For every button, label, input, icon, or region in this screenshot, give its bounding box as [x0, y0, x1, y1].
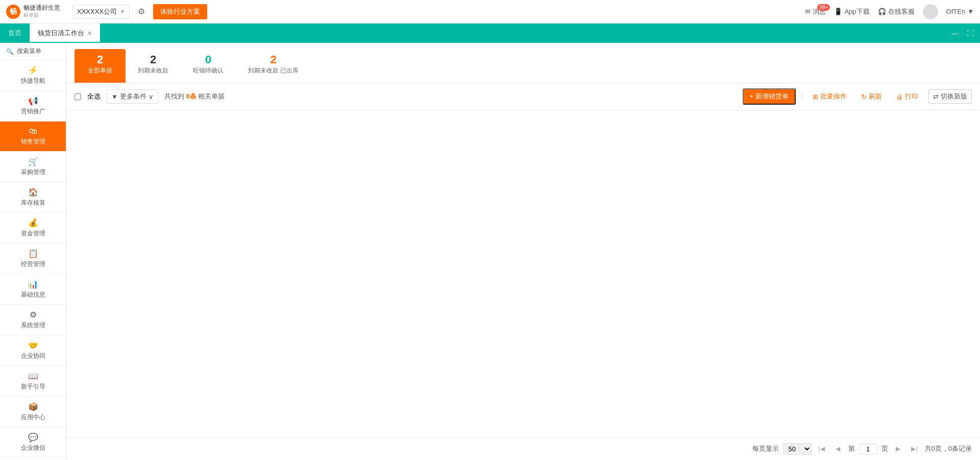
marketing-icon: 📢	[28, 96, 38, 106]
sidebar-item-label: 系统管理	[21, 321, 45, 330]
switch-icon: ⇄	[933, 93, 939, 101]
sidebar-item-label: 营销推广	[21, 107, 45, 116]
nav-tabs-right: — ⛶	[949, 23, 980, 43]
sidebar-item-guide[interactable]: 📖 新手引导	[0, 366, 66, 397]
message-item[interactable]: ✉ 消息 99+	[805, 7, 826, 16]
content-area: 2 全部单据 2 到期未收款 0 旺铺待确认 2 到期未收款 已出库 全选 ▼ …	[66, 43, 980, 460]
divider	[802, 92, 802, 101]
card-overdue-out-label: 到期未收款 已出库	[248, 66, 299, 75]
sidebar-item-basic[interactable]: 📊 基础信息	[0, 274, 66, 305]
username-area[interactable]: OfTEn ▼	[946, 8, 974, 15]
batch-op-button[interactable]: ⊞ 批量操作	[808, 90, 851, 103]
avatar[interactable]	[923, 4, 938, 19]
phone-icon: 📱	[834, 8, 842, 15]
purchase-icon: 🛒	[28, 157, 38, 166]
tab-close-icon[interactable]: ✕	[87, 30, 92, 37]
sidebar-item-label: 企业协同	[21, 352, 45, 360]
nav-tabs: 首页 钱货日清工作台 ✕ — ⛶	[0, 23, 980, 43]
filter-button[interactable]: ▼ 更多条件 ∨	[107, 89, 158, 104]
trial-button[interactable]: 体验行业方案	[153, 4, 207, 19]
print-label: 打印	[905, 92, 918, 101]
found-count: 0条	[186, 92, 197, 100]
tab-home[interactable]: 首页	[0, 23, 30, 43]
minimize-icon[interactable]: —	[949, 27, 961, 39]
filter-icon: ▼	[111, 93, 118, 101]
refresh-button[interactable]: ↻ 刷新	[857, 90, 886, 103]
total-text: 共0页，0条记录	[925, 444, 972, 453]
search-icon: 🔍	[6, 48, 14, 55]
summary-card-overdue-out[interactable]: 2 到期未收款 已出库	[236, 49, 311, 83]
table-area	[66, 110, 980, 437]
tab-workbench[interactable]: 钱货日清工作台 ✕	[30, 23, 100, 43]
sidebar-item-member[interactable]: 🏆 畅会员	[0, 458, 66, 460]
sidebar-item-label: 新手引导	[21, 382, 45, 391]
maximize-icon[interactable]: ⛶	[965, 27, 976, 39]
select-all-checkbox[interactable]	[75, 93, 81, 100]
filter-label: 更多条件	[120, 92, 146, 101]
message-icon: ✉	[805, 8, 811, 15]
online-service-item[interactable]: 🎧 在线客服	[878, 7, 915, 16]
sidebar-item-cooperation[interactable]: 🤝 企业协同	[0, 335, 66, 366]
sidebar-item-purchase[interactable]: 🛒 采购管理	[0, 152, 66, 182]
sidebar-item-marketing[interactable]: 📢 营销推广	[0, 91, 66, 122]
found-text: 共找到 0条 相关单据	[164, 92, 225, 101]
app-download-item[interactable]: 📱 App下载	[834, 7, 869, 16]
app-download-label: App下载	[844, 7, 869, 16]
sidebar-item-label: 基础信息	[21, 290, 45, 299]
card-all-label: 全部单据	[88, 66, 112, 75]
sidebar-item-label: 资金管理	[21, 229, 45, 238]
summary-card-overdue[interactable]: 2 到期未收款	[126, 49, 181, 83]
sidebar-item-label: 库存核算	[21, 199, 45, 207]
print-button[interactable]: 🖨 打印	[892, 90, 922, 103]
sidebar-search[interactable]: 🔍 搜索菜单	[0, 43, 66, 60]
sidebar-item-wechat[interactable]: 💬 企业微信	[0, 427, 66, 458]
next-page-button[interactable]: ▶	[892, 443, 904, 455]
message-badge: 99+	[817, 4, 830, 11]
first-page-button[interactable]: |◀	[816, 443, 828, 455]
sidebar-item-label: 快捷导航	[21, 77, 45, 85]
logo-icon: 畅	[6, 5, 20, 19]
inventory-icon: 🏠	[28, 187, 38, 197]
switch-new-button[interactable]: ⇄ 切换新版	[928, 89, 972, 104]
card-pending-count: 0	[205, 53, 211, 66]
system-icon: ⚙	[30, 310, 37, 320]
page-label-suffix: 页	[881, 444, 888, 453]
summary-card-pending[interactable]: 0 旺铺待确认	[181, 49, 236, 83]
tab-workbench-label: 钱货日清工作台	[38, 29, 84, 38]
new-order-button[interactable]: + 新增销货单	[743, 88, 796, 105]
card-overdue-label: 到期未收款	[138, 66, 168, 75]
table-footer: 每页显示 10 20 50 100 |◀ ◀ 第 页 ▶ ▶| 共0页，0条记录	[66, 437, 980, 460]
toolbar: 全选 ▼ 更多条件 ∨ 共找到 0条 相关单据 + 新增销货单 ⊞ 批量操作 ↻	[66, 83, 980, 110]
sidebar-item-system[interactable]: ⚙ 系统管理	[0, 305, 66, 335]
page-size-select[interactable]: 10 20 50 100	[783, 443, 812, 455]
last-page-button[interactable]: ▶|	[909, 443, 921, 455]
sidebar-item-finance[interactable]: 💰 资金管理	[0, 213, 66, 244]
batch-label: 批量操作	[820, 92, 847, 101]
sidebar-item-appstore[interactable]: 📦 应用中心	[0, 397, 66, 427]
guide-icon: 📖	[28, 371, 38, 381]
company-selector[interactable]: XXXXXX公司 ▼	[72, 5, 130, 19]
sidebar-item-sales[interactable]: 🛍 销售管理	[0, 122, 66, 152]
cooperation-icon: 🤝	[28, 341, 38, 350]
prev-page-button[interactable]: ◀	[832, 443, 844, 455]
settings-icon[interactable]: ⚙	[134, 4, 149, 19]
refresh-label: 刷新	[869, 92, 882, 101]
sidebar-item-inventory[interactable]: 🏠 库存核算	[0, 182, 66, 213]
sidebar-item-label: 应用中心	[21, 413, 45, 422]
quick-nav-icon: ⚡	[28, 65, 38, 75]
card-overdue-out-count: 2	[271, 53, 277, 66]
sidebar-item-operation[interactable]: 📋 经营管理	[0, 244, 66, 274]
logo-sub: 标准版	[23, 12, 60, 19]
sidebar-item-quick-nav[interactable]: ⚡ 快捷导航	[0, 60, 66, 91]
summary-card-all[interactable]: 2 全部单据	[75, 49, 126, 83]
user-name: OfTEn	[946, 8, 966, 15]
company-name: XXXXXX公司	[77, 7, 117, 16]
logo-text: 畅捷通好生意 标准版	[23, 4, 60, 19]
logo-label: 畅捷通好生意	[23, 4, 60, 12]
sidebar-item-label: 销售管理	[21, 137, 45, 146]
refresh-icon: ↻	[861, 93, 867, 101]
page-input[interactable]	[859, 444, 877, 454]
chevron-down-icon: ∨	[149, 93, 154, 101]
tab-home-label: 首页	[8, 29, 21, 38]
logo-area: 畅 畅捷通好生意 标准版	[6, 4, 72, 19]
